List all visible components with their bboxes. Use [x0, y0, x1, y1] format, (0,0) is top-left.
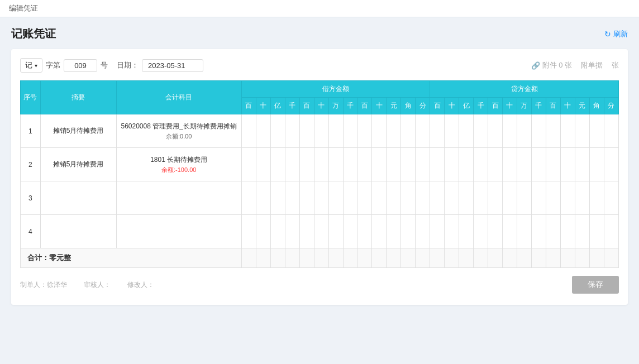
- credit-digit-cell[interactable]: [531, 148, 546, 181]
- debit-digit-cell[interactable]: [314, 148, 328, 181]
- debit-digit-cell[interactable]: [270, 215, 285, 248]
- credit-digit-cell[interactable]: [502, 114, 517, 148]
- debit-digit-cell[interactable]: [285, 215, 299, 248]
- attachment-link[interactable]: 🔗 附件 0 张: [531, 60, 572, 70]
- credit-digit-cell[interactable]: [430, 114, 445, 148]
- credit-digit-cell[interactable]: [488, 114, 503, 148]
- credit-digit-cell[interactable]: [517, 215, 531, 248]
- debit-digit-cell[interactable]: [372, 148, 387, 181]
- row-account[interactable]: 56020008 管理费用_长期待摊费用摊销余额:0.00: [116, 114, 241, 148]
- save-button[interactable]: 保存: [572, 276, 619, 294]
- credit-digit-cell[interactable]: [445, 181, 459, 215]
- debit-digit-cell[interactable]: [343, 148, 357, 181]
- debit-digit-cell[interactable]: [241, 215, 256, 248]
- credit-digit-cell[interactable]: [560, 148, 575, 181]
- credit-digit-cell[interactable]: [560, 215, 575, 248]
- credit-digit-cell[interactable]: [589, 181, 604, 215]
- debit-digit-cell[interactable]: [387, 114, 401, 148]
- credit-digit-cell[interactable]: [589, 114, 604, 148]
- row-account[interactable]: [116, 181, 241, 215]
- debit-digit-cell[interactable]: [416, 181, 430, 215]
- ji-select[interactable]: 记 ▾: [20, 58, 42, 73]
- credit-digit-cell[interactable]: [459, 181, 474, 215]
- debit-digit-cell[interactable]: [299, 181, 314, 215]
- debit-digit-cell[interactable]: [314, 114, 328, 148]
- credit-digit-cell[interactable]: [604, 181, 618, 215]
- row-summary[interactable]: 摊销5月待摊费用: [40, 114, 116, 148]
- debit-digit-cell[interactable]: [328, 114, 343, 148]
- debit-digit-cell[interactable]: [270, 114, 285, 148]
- debit-digit-cell[interactable]: [401, 114, 416, 148]
- credit-digit-cell[interactable]: [488, 215, 503, 248]
- debit-digit-cell[interactable]: [270, 181, 285, 215]
- credit-digit-cell[interactable]: [459, 148, 474, 181]
- credit-digit-cell[interactable]: [517, 114, 531, 148]
- credit-digit-cell[interactable]: [488, 148, 503, 181]
- debit-digit-cell[interactable]: [387, 181, 401, 215]
- debit-digit-cell[interactable]: [256, 148, 270, 181]
- table-row[interactable]: 3: [21, 181, 619, 215]
- debit-digit-cell[interactable]: [299, 148, 314, 181]
- debit-digit-cell[interactable]: [387, 148, 401, 181]
- credit-digit-cell[interactable]: [546, 181, 560, 215]
- debit-digit-cell[interactable]: [416, 148, 430, 181]
- debit-digit-cell[interactable]: [416, 114, 430, 148]
- debit-digit-cell[interactable]: [314, 181, 328, 215]
- debit-digit-cell[interactable]: [256, 114, 270, 148]
- debit-digit-cell[interactable]: [372, 215, 387, 248]
- row-account[interactable]: 1801 长期待摊费用余额:-100.00: [116, 148, 241, 181]
- credit-digit-cell[interactable]: [459, 215, 474, 248]
- debit-digit-cell[interactable]: [343, 114, 357, 148]
- credit-digit-cell[interactable]: [474, 114, 488, 148]
- credit-digit-cell[interactable]: [575, 215, 589, 248]
- credit-digit-cell[interactable]: [575, 114, 589, 148]
- credit-digit-cell[interactable]: [474, 148, 488, 181]
- credit-digit-cell[interactable]: [445, 114, 459, 148]
- debit-digit-cell[interactable]: [270, 148, 285, 181]
- attach-sheets[interactable]: 附单据: [581, 60, 603, 70]
- debit-digit-cell[interactable]: [241, 114, 256, 148]
- date-input[interactable]: [142, 59, 203, 72]
- debit-digit-cell[interactable]: [372, 181, 387, 215]
- debit-digit-cell[interactable]: [299, 215, 314, 248]
- credit-digit-cell[interactable]: [546, 114, 560, 148]
- credit-digit-cell[interactable]: [589, 215, 604, 248]
- credit-digit-cell[interactable]: [546, 148, 560, 181]
- debit-digit-cell[interactable]: [401, 215, 416, 248]
- credit-digit-cell[interactable]: [502, 148, 517, 181]
- debit-digit-cell[interactable]: [314, 215, 328, 248]
- debit-digit-cell[interactable]: [416, 215, 430, 248]
- credit-digit-cell[interactable]: [430, 215, 445, 248]
- voucher-number-input[interactable]: [64, 59, 97, 72]
- credit-digit-cell[interactable]: [575, 181, 589, 215]
- credit-digit-cell[interactable]: [502, 181, 517, 215]
- credit-digit-cell[interactable]: [560, 181, 575, 215]
- credit-digit-cell[interactable]: [474, 181, 488, 215]
- debit-digit-cell[interactable]: [241, 148, 256, 181]
- credit-digit-cell[interactable]: [531, 215, 546, 248]
- debit-digit-cell[interactable]: [285, 114, 299, 148]
- table-row[interactable]: 2摊销5月待摊费用1801 长期待摊费用余额:-100.00: [21, 148, 619, 181]
- credit-digit-cell[interactable]: [531, 114, 546, 148]
- credit-digit-cell[interactable]: [531, 181, 546, 215]
- credit-digit-cell[interactable]: [445, 148, 459, 181]
- debit-digit-cell[interactable]: [357, 215, 372, 248]
- debit-digit-cell[interactable]: [372, 114, 387, 148]
- debit-digit-cell[interactable]: [285, 148, 299, 181]
- debit-digit-cell[interactable]: [256, 215, 270, 248]
- debit-digit-cell[interactable]: [256, 181, 270, 215]
- debit-digit-cell[interactable]: [241, 181, 256, 215]
- credit-digit-cell[interactable]: [445, 215, 459, 248]
- row-summary[interactable]: [40, 181, 116, 215]
- credit-digit-cell[interactable]: [546, 215, 560, 248]
- credit-digit-cell[interactable]: [488, 181, 503, 215]
- credit-digit-cell[interactable]: [604, 114, 618, 148]
- debit-digit-cell[interactable]: [357, 148, 372, 181]
- credit-digit-cell[interactable]: [430, 181, 445, 215]
- credit-digit-cell[interactable]: [589, 148, 604, 181]
- table-row[interactable]: 4: [21, 215, 619, 248]
- credit-digit-cell[interactable]: [517, 181, 531, 215]
- credit-digit-cell[interactable]: [517, 148, 531, 181]
- table-row[interactable]: 1摊销5月待摊费用56020008 管理费用_长期待摊费用摊销余额:0.00: [21, 114, 619, 148]
- refresh-button[interactable]: ↻ 刷新: [604, 29, 628, 39]
